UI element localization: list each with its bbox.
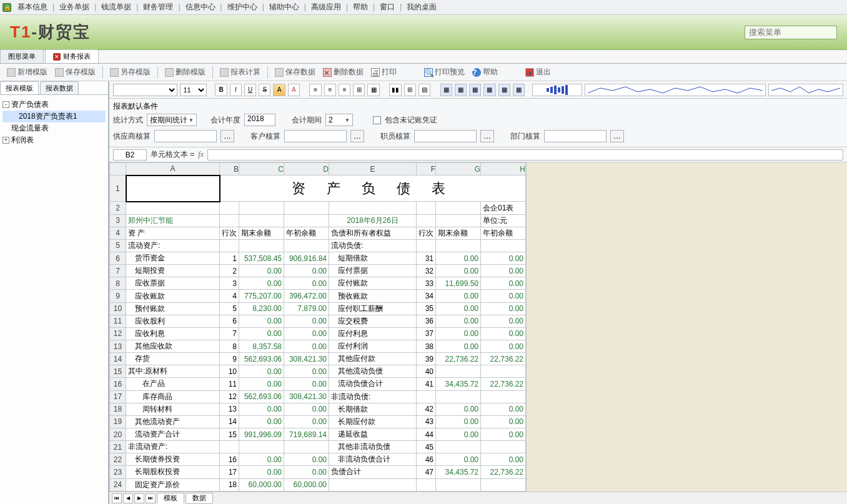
font-family-select[interactable] xyxy=(113,84,177,96)
chart-pie-button[interactable]: ▤ xyxy=(419,84,430,96)
fiscal-period-select[interactable]: 2▼ xyxy=(325,114,353,126)
stat-method-select[interactable]: 按期间统计▼ xyxy=(147,114,197,126)
employee-input[interactable] xyxy=(414,130,477,142)
grid4-button[interactable]: ▦ xyxy=(483,84,495,96)
align-right-button[interactable]: ≡ xyxy=(339,84,350,96)
chart-bar-button[interactable]: ▮▮ xyxy=(389,84,401,96)
col-header-H[interactable]: H xyxy=(481,163,526,175)
chart-line-button[interactable]: ⊞ xyxy=(404,84,416,96)
menu-3[interactable]: 财务管理 xyxy=(141,2,176,11)
fx-icon[interactable]: fx xyxy=(198,150,204,159)
print-preview-button[interactable]: 🔍打印预览 xyxy=(421,66,468,79)
customer-input[interactable] xyxy=(284,130,347,142)
borders-button[interactable]: ▦ xyxy=(367,84,379,96)
employee-lookup-button[interactable]: … xyxy=(480,130,494,142)
formula-input[interactable] xyxy=(207,149,843,161)
menu-6[interactable]: 辅助中心 xyxy=(267,2,302,11)
supplier-lookup-button[interactable]: … xyxy=(220,130,234,142)
table-row[interactable]: 16在产品110.000.00流动负债合计4134,435.7222,736.2… xyxy=(110,378,526,390)
department-input[interactable] xyxy=(544,130,607,142)
col-header-D[interactable]: D xyxy=(284,163,329,175)
saveas-template-button[interactable]: 另存模版 xyxy=(107,66,154,79)
sheet-nav-last[interactable]: ⏭ xyxy=(146,493,156,503)
sheet-nav-prev[interactable]: ◀ xyxy=(123,493,133,503)
grid2-button[interactable]: ▦ xyxy=(455,84,467,96)
table-row[interactable]: 8应收票据30.000.00应付账款3311,699.500.00 xyxy=(110,277,526,290)
fiscal-year-input[interactable]: 2018 xyxy=(244,114,275,126)
table-row[interactable]: 23长期股权投资170.000.00负债合计4734,435.7222,736.… xyxy=(110,466,526,478)
table-row[interactable]: 20流动资产合计15991,996.09719,689.14递延收益440.00… xyxy=(110,428,526,440)
save-data-button[interactable]: 保存数据 xyxy=(272,66,319,79)
align-center-button[interactable]: ≡ xyxy=(324,84,336,96)
tree-node-balance-sheet[interactable]: -资产负债表 xyxy=(2,99,106,111)
table-row[interactable]: 17库存商品12562,693.06308,421.30非流动负债: xyxy=(110,390,526,403)
sheet-tab-template[interactable]: 模板 xyxy=(157,493,184,504)
doc-tab-1[interactable]: ✕财务报表 xyxy=(45,49,99,63)
font-size-select[interactable]: 11 xyxy=(180,84,206,96)
cell-A1[interactable] xyxy=(126,175,220,202)
tree-node-cashflow[interactable]: 现金流量表 xyxy=(2,122,106,134)
menu-9[interactable]: 窗口 xyxy=(377,2,397,11)
grid1-button[interactable]: ▦ xyxy=(440,84,452,96)
menu-10[interactable]: 我的桌面 xyxy=(404,2,439,11)
delete-data-button[interactable]: ✕删除数据 xyxy=(320,66,367,79)
help-button[interactable]: ?帮助 xyxy=(469,66,501,79)
supplier-input[interactable] xyxy=(154,130,217,142)
table-row[interactable]: 10预付账款58,230.007,879.00应付职工薪酬350.000.00 xyxy=(110,302,526,315)
menu-0[interactable]: 基本信息 xyxy=(15,2,50,11)
sidebar-tab-1[interactable]: 报表数据 xyxy=(40,81,79,94)
sidebar-tab-0[interactable]: 报表模版 xyxy=(0,81,39,94)
grid3-button[interactable]: ▦ xyxy=(469,84,481,96)
col-header-F[interactable]: F xyxy=(417,163,436,175)
spreadsheet-grid[interactable]: ABCDEFGH1资 产 负 债 表2会企01表3郑州中汇节能2018年6月26… xyxy=(109,162,526,492)
grid5-button[interactable]: ▦ xyxy=(498,84,510,96)
row-header-1[interactable]: 1 xyxy=(110,175,126,202)
sheet-title[interactable]: 资 产 负 债 表 xyxy=(220,175,526,202)
table-row[interactable]: 15其中:原材料100.000.00其他流动负债40 xyxy=(110,365,526,378)
table-row[interactable]: 18周转材料130.000.00长期借款420.000.00 xyxy=(110,403,526,415)
table-row[interactable]: 9应收账款4775,207.00396,472.00预收账款340.000.00 xyxy=(110,290,526,302)
delete-template-button[interactable]: 删除模版 xyxy=(162,66,209,79)
table-row[interactable]: 24固定资产原价1860,000.0060,000.00 xyxy=(110,478,526,491)
table-row[interactable]: 7短期投资20.000.00应付票据320.000.00 xyxy=(110,265,526,277)
corner-cell[interactable] xyxy=(110,163,126,175)
menu-8[interactable]: 帮助 xyxy=(350,2,370,11)
table-row[interactable]: 19其他流动资产140.000.00长期应付款430.000.00 xyxy=(110,415,526,428)
doc-tab-0[interactable]: 图形菜单 xyxy=(0,49,44,63)
department-lookup-button[interactable]: … xyxy=(610,130,624,142)
menu-1[interactable]: 业务单据 xyxy=(57,2,92,11)
sheet-tab-data[interactable]: 数据 xyxy=(186,493,213,504)
menu-2[interactable]: 钱流单据 xyxy=(99,2,134,11)
calc-report-button[interactable]: 报表计算 xyxy=(217,66,264,79)
strike-button[interactable]: S xyxy=(259,84,270,96)
tree-node-profit[interactable]: +利润表 xyxy=(2,134,106,146)
exit-button[interactable]: ➜退出 xyxy=(522,66,554,79)
include-unposted-checkbox[interactable] xyxy=(373,116,381,124)
sheet-nav-first[interactable]: ⏮ xyxy=(112,493,122,503)
col-header-E[interactable]: E xyxy=(329,163,417,175)
tree-node-balance-2018[interactable]: 2018资产负责表1 xyxy=(2,111,106,122)
menu-4[interactable]: 信息中心 xyxy=(183,2,218,11)
fill-color-button[interactable]: A xyxy=(273,84,285,96)
table-row[interactable]: 6货币资金1537,508.45906,916.84短期借款310.000.00 xyxy=(110,252,526,265)
close-icon[interactable]: ✕ xyxy=(53,53,61,61)
menu-7[interactable]: 高级应用 xyxy=(309,2,344,11)
font-color-button[interactable]: A xyxy=(288,84,300,96)
sheet-nav-next[interactable]: ▶ xyxy=(134,493,144,503)
align-left-button[interactable]: ≡ xyxy=(309,84,321,96)
customer-lookup-button[interactable]: … xyxy=(350,130,364,142)
underline-button[interactable]: U xyxy=(244,84,256,96)
col-header-A[interactable]: A xyxy=(126,163,220,175)
print-button[interactable]: 🖨打印 xyxy=(368,66,400,79)
new-template-button[interactable]: 新增模版 xyxy=(4,66,51,79)
merge-cells-button[interactable]: ⊞ xyxy=(353,84,365,96)
table-row[interactable]: 14存货9562,693.06308,421.30其他应付款3922,736.2… xyxy=(110,353,526,365)
table-row[interactable]: 12应收利息70.000.00应付利息370.000.00 xyxy=(110,327,526,340)
col-header-G[interactable]: G xyxy=(436,163,481,175)
table-row[interactable]: 21非流动资产:其他非流动负债45 xyxy=(110,441,526,453)
table-row[interactable]: 13其他应收款88,357.580.00应付利润380.000.00 xyxy=(110,340,526,353)
italic-button[interactable]: I xyxy=(230,84,242,96)
table-row[interactable]: 5流动资产:流动负债: xyxy=(110,239,526,252)
save-template-button[interactable]: 保存模版 xyxy=(52,66,99,79)
menu-5[interactable]: 维护中心 xyxy=(225,2,260,11)
